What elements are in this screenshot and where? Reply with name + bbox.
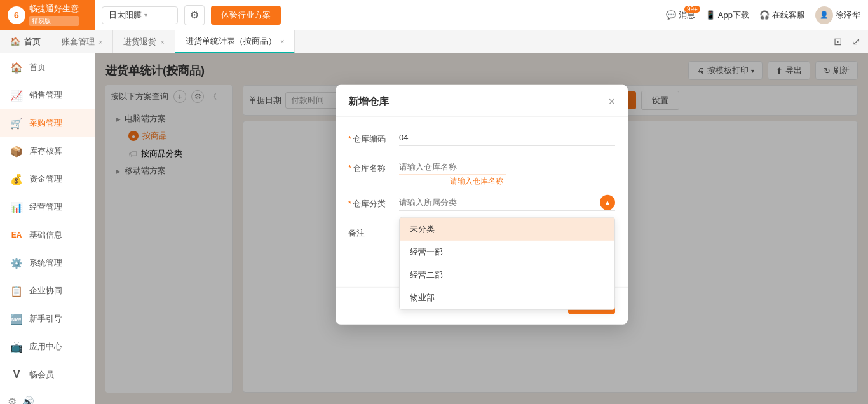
category-label: 仓库分类 — [348, 194, 399, 210]
sidebar-label: 库存核算 — [29, 145, 62, 157]
store-name: 日太阳膜 — [109, 10, 142, 21]
guide-icon: 🆕 — [10, 313, 23, 325]
header-right: 💬 消息 99+ 📱 App下载 🎧 在线客服 👤 徐泽华 — [666, 6, 860, 24]
sidebar-label: 基础信息 — [29, 229, 62, 241]
message-badge: 99+ — [684, 6, 700, 13]
close-icon[interactable]: × — [98, 38, 102, 46]
sidebar-label: 企业协同 — [29, 285, 62, 297]
error-tip: 请输入仓库名称 — [450, 176, 503, 187]
restore-icon[interactable]: ⊡ — [831, 33, 844, 50]
code-label: 仓库编码 — [348, 130, 399, 145]
sidebar-label: 应用中心 — [29, 341, 62, 353]
close-icon[interactable]: × — [160, 38, 164, 46]
sidebar: 🏠 首页 📈 销售管理 🛒 采购管理 📦 库存核算 💰 资金管理 📊 经营管理 … — [0, 53, 95, 404]
code-row: 仓库编码 — [348, 130, 615, 146]
option-ops2[interactable]: 经营二部 — [400, 264, 614, 286]
phone-icon: 📱 — [705, 10, 715, 20]
app-download-item[interactable]: 📱 App下载 — [705, 10, 749, 21]
gear-button[interactable]: ⚙ — [184, 5, 205, 25]
sidebar-item-home[interactable]: 🏠 首页 — [0, 53, 95, 81]
note-label: 备注 — [348, 224, 399, 239]
basic-info-icon: EA — [10, 229, 23, 241]
option-uncategorized[interactable]: 未分类 — [400, 218, 614, 241]
home-icon: 🏠 — [10, 61, 23, 74]
sales-icon: 📈 — [10, 89, 23, 102]
sidebar-item-member[interactable]: V 畅会员 — [0, 361, 95, 389]
member-icon: V — [10, 368, 23, 381]
user-profile[interactable]: 👤 徐泽华 — [815, 6, 860, 24]
sidebar-item-basic-info[interactable]: EA 基础信息 — [0, 221, 95, 249]
operations-icon: 📊 — [10, 201, 23, 213]
add-warehouse-modal: 新增仓库 × 仓库编码 仓库名称 请输入仓库名称 — [336, 85, 628, 325]
volume-icon[interactable]: 🔊 — [22, 396, 34, 404]
sidebar-label: 新手引导 — [29, 313, 62, 325]
tab-actions: ⊡ ⤢ — [831, 33, 868, 50]
online-service-item[interactable]: 🎧 在线客服 — [759, 10, 805, 21]
sidebar-item-sales[interactable]: 📈 销售管理 — [0, 81, 95, 109]
modal-body: 仓库编码 仓库名称 请输入仓库名称 仓库分类 ▲ — [336, 117, 628, 287]
store-selector[interactable]: 日太阳膜 ▾ — [102, 6, 178, 24]
option-property[interactable]: 物业部 — [400, 286, 614, 309]
chevron-down-icon: ▾ — [144, 11, 147, 18]
settings-icon[interactable]: ⚙ — [8, 396, 17, 404]
logo-text: 畅捷通好生意 — [29, 4, 79, 15]
sidebar-item-purchase[interactable]: 🛒 采购管理 — [0, 109, 95, 137]
tab-home[interactable]: 🏠 首页 — [0, 30, 51, 53]
finance-icon: 💰 — [10, 173, 23, 185]
inventory-icon: 📦 — [10, 145, 23, 158]
logo-badge: 精易版 — [29, 16, 79, 26]
close-button[interactable]: × — [608, 95, 615, 109]
name-label: 仓库名称 — [348, 159, 399, 174]
logo-area: 6 畅捷通好生意 精易版 — [0, 0, 95, 30]
dropdown-list: 未分类 经营一部 经营二部 物业部 — [399, 217, 615, 310]
sidebar-item-finance[interactable]: 💰 资金管理 — [0, 165, 95, 193]
tab-purchase-stats[interactable]: 进货单统计表（按商品） × — [175, 30, 295, 53]
sidebar-label: 销售管理 — [29, 90, 62, 101]
sidebar-item-enterprise[interactable]: 📋 企业协同 — [0, 277, 95, 305]
avatar: 👤 — [815, 6, 833, 24]
tab-purchase-return[interactable]: 进货退货 × — [113, 30, 175, 53]
code-input[interactable] — [399, 130, 615, 146]
sidebar-label: 系统管理 — [29, 257, 62, 269]
category-input[interactable] — [399, 194, 615, 211]
content-area: 进货单统计(按商品) 🖨 按模板打印 ▾ ⬆ 导出 ↻ 刷新 — [95, 53, 868, 404]
sidebar-item-apps[interactable]: 📺 应用中心 — [0, 333, 95, 361]
message-icon: 💬 — [666, 10, 676, 20]
purchase-icon: 🛒 — [10, 117, 23, 130]
option-ops1[interactable]: 经营一部 — [400, 241, 614, 264]
category-row: 仓库分类 ▲ 未分类 经营一部 经营二部 物业部 — [348, 194, 615, 211]
trial-button[interactable]: 体验行业方案 — [211, 6, 281, 25]
modal-title: 新增仓库 — [348, 95, 389, 109]
sidebar-label: 首页 — [29, 62, 46, 73]
apps-icon: 📺 — [10, 340, 23, 353]
system-icon: ⚙️ — [10, 257, 23, 269]
name-input[interactable] — [399, 159, 506, 175]
enterprise-icon: 📋 — [10, 285, 23, 297]
sidebar-label: 畅会员 — [29, 369, 54, 380]
close-icon[interactable]: × — [280, 37, 284, 45]
main-layout: 🏠 首页 📈 销售管理 🛒 采购管理 📦 库存核算 💰 资金管理 📊 经营管理 … — [0, 53, 868, 404]
expand-icon[interactable]: ⤢ — [850, 33, 863, 50]
top-header: 6 畅捷通好生意 精易版 日太阳膜 ▾ ⚙ 体验行业方案 💬 消息 99+ 📱 … — [0, 0, 868, 30]
tab-accounts[interactable]: 账套管理 × — [51, 30, 113, 53]
dropdown-toggle[interactable]: ▲ — [600, 195, 615, 210]
sidebar-label: 资金管理 — [29, 173, 62, 185]
sidebar-item-operations[interactable]: 📊 经营管理 — [0, 193, 95, 221]
category-dropdown[interactable]: ▲ 未分类 经营一部 经营二部 物业部 — [399, 194, 615, 211]
logo-icon: 6 — [8, 6, 25, 24]
headset-icon: 🎧 — [759, 10, 770, 20]
sidebar-label: 采购管理 — [29, 118, 62, 129]
sidebar-item-inventory[interactable]: 📦 库存核算 — [0, 137, 95, 165]
sidebar-item-guide[interactable]: 🆕 新手引导 — [0, 305, 95, 333]
sidebar-item-system[interactable]: ⚙️ 系统管理 — [0, 249, 95, 277]
tab-bar: 🏠 首页 账套管理 × 进货退货 × 进货单统计表（按商品） × ⊡ ⤢ — [0, 30, 868, 53]
modal-header: 新增仓库 × — [336, 85, 628, 117]
message-item[interactable]: 💬 消息 99+ — [666, 10, 695, 21]
home-icon: 🏠 — [10, 37, 20, 46]
name-row: 仓库名称 请输入仓库名称 — [348, 159, 615, 175]
sidebar-label: 经营管理 — [29, 201, 62, 213]
sidebar-bottom: ⚙ 🔊 — [0, 389, 95, 404]
